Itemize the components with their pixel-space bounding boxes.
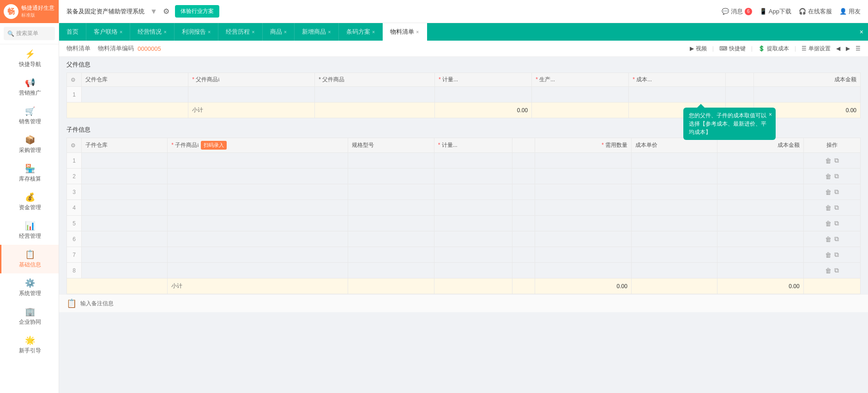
child-cell-warehouse-6[interactable]	[82, 231, 168, 247]
message-button[interactable]: 💬 消息 6	[722, 7, 752, 16]
copy-row-3-button[interactable]: ⧉	[834, 188, 839, 196]
grid-view-button[interactable]: ☰	[856, 45, 861, 52]
child-cell-cost-price-5[interactable]	[631, 216, 717, 231]
child-cell-spec-7[interactable]	[348, 247, 434, 263]
tab-ops-history[interactable]: 经营历程 ×	[218, 23, 262, 41]
parent-cell-warehouse-1[interactable]	[82, 87, 188, 103]
child-cell-cost-price-2[interactable]	[631, 169, 717, 184]
sidebar-item-operations[interactable]: 📊 经营管理	[0, 216, 59, 245]
child-cell-need-qty-7[interactable]	[535, 247, 631, 263]
child-cell-goods-5[interactable]	[168, 216, 348, 231]
child-cell-warehouse-8[interactable]	[82, 263, 168, 278]
copy-row-7-button[interactable]: ⧉	[834, 251, 839, 259]
tab-barcode[interactable]: 条码方案 ×	[339, 23, 383, 41]
child-cell-cost-price-3[interactable]	[631, 184, 717, 200]
child-cell-cost-price-7[interactable]	[631, 247, 717, 263]
child-cell-cost-amount-4[interactable]	[717, 200, 803, 216]
parent-col-settings[interactable]: ⚙	[67, 73, 82, 87]
system-dropdown-arrow[interactable]: ▼	[150, 7, 157, 16]
delete-row-7-button[interactable]: 🗑	[825, 251, 832, 259]
tab-goods[interactable]: 商品 ×	[263, 23, 295, 41]
child-cell-warehouse-3[interactable]	[82, 184, 168, 200]
copy-row-5-button[interactable]: ⧉	[834, 219, 839, 227]
child-cell-need-qty-4[interactable]	[535, 200, 631, 216]
trial-btn[interactable]: 体验行业方案	[175, 5, 219, 18]
child-cell-spec-4[interactable]	[348, 200, 434, 216]
child-cell-need-qty-3[interactable]	[535, 184, 631, 200]
child-cell-unit-3[interactable]	[434, 184, 512, 200]
settings-icon[interactable]: ⚙	[163, 7, 169, 16]
child-cell-cost-price-6[interactable]	[631, 231, 717, 247]
child-cell-cost-amount-6[interactable]	[717, 231, 803, 247]
parent-cell-cost-amount-1[interactable]	[753, 87, 860, 103]
tab-bom-close[interactable]: ×	[416, 29, 419, 35]
child-cell-need-qty-1[interactable]	[535, 153, 631, 169]
tab-barcode-close[interactable]: ×	[372, 29, 375, 35]
child-cell-cost-price-4[interactable]	[631, 200, 717, 216]
child-cell-unit-5[interactable]	[434, 216, 512, 231]
parent-cell-unit-1[interactable]	[435, 87, 532, 103]
child-cell-cost-amount-3[interactable]	[717, 184, 803, 200]
child-cell-goods-4[interactable]	[168, 200, 348, 216]
copy-row-4-button[interactable]: ⧉	[834, 204, 839, 212]
video-help-button[interactable]: ▶ 视频	[690, 45, 707, 53]
child-cell-spec-3[interactable]	[348, 184, 434, 200]
child-cell-goods-6[interactable]	[168, 231, 348, 247]
search-menu-button[interactable]: 🔍 搜索菜单	[4, 27, 55, 40]
child-cell-warehouse-1[interactable]	[82, 153, 168, 169]
sidebar-item-finance[interactable]: 💰 资金管理	[0, 187, 59, 216]
app-download-button[interactable]: 📱 App下载	[760, 7, 791, 16]
parent-cell-cost-1[interactable]	[629, 87, 726, 103]
child-cell-spec-5[interactable]	[348, 216, 434, 231]
single-settings-button[interactable]: ☰ 单据设置	[802, 45, 831, 53]
child-cell-unit-4[interactable]	[434, 200, 512, 216]
sidebar-item-purchase[interactable]: 📦 采购管理	[0, 130, 59, 159]
extract-cost-button[interactable]: 💲 提取成本	[758, 45, 789, 53]
user-button[interactable]: 👤 用友	[839, 7, 861, 16]
tab-operations-status[interactable]: 经营情况 ×	[130, 23, 174, 41]
child-cell-warehouse-5[interactable]	[82, 216, 168, 231]
child-cell-need-qty-5[interactable]	[535, 216, 631, 231]
tab-new-goods[interactable]: 新增商品 ×	[295, 23, 338, 41]
delete-row-8-button[interactable]: 🗑	[825, 267, 832, 274]
child-cell-goods-7[interactable]	[168, 247, 348, 263]
close-all-tabs-button[interactable]: ×	[855, 28, 868, 36]
tab-customer[interactable]: 客户联络 ×	[86, 23, 130, 41]
tab-customer-close[interactable]: ×	[120, 29, 122, 35]
delete-row-4-button[interactable]: 🗑	[825, 204, 832, 212]
sidebar-item-system[interactable]: ⚙️ 系统管理	[0, 273, 59, 302]
child-cell-goods-8[interactable]	[168, 263, 348, 278]
child-cell-spec-2[interactable]	[348, 169, 434, 184]
child-cell-spec-6[interactable]	[348, 231, 434, 247]
child-cell-spec-1[interactable]	[348, 153, 434, 169]
child-cell-need-qty-6[interactable]	[535, 231, 631, 247]
child-cell-cost-amount-8[interactable]	[717, 263, 803, 278]
child-cell-cost-amount-1[interactable]	[717, 153, 803, 169]
child-cell-unit-8[interactable]	[434, 263, 512, 278]
child-cell-spec-8[interactable]	[348, 263, 434, 278]
breadcrumb-root[interactable]: 物料清单	[66, 44, 90, 53]
child-cell-cost-amount-2[interactable]	[717, 169, 803, 184]
child-cell-warehouse-2[interactable]	[82, 169, 168, 184]
child-cell-cost-amount-7[interactable]	[717, 247, 803, 263]
copy-row-6-button[interactable]: ⧉	[834, 235, 839, 243]
child-cell-cost-price-1[interactable]	[631, 153, 717, 169]
child-cell-goods-1[interactable]	[168, 153, 348, 169]
delete-row-3-button[interactable]: 🗑	[825, 188, 832, 196]
child-cell-cost-price-8[interactable]	[631, 263, 717, 278]
tab-ops-history-close[interactable]: ×	[252, 29, 254, 35]
child-cell-warehouse-4[interactable]	[82, 200, 168, 216]
sidebar-item-enterprise[interactable]: 🏢 企业协同	[0, 302, 59, 331]
parent-cell-produce-1[interactable]	[532, 87, 629, 103]
child-cell-unit-2[interactable]	[434, 169, 512, 184]
sidebar-item-marketing[interactable]: 📢 营销推广	[0, 73, 59, 102]
tab-ops-status-close[interactable]: ×	[163, 29, 166, 35]
sidebar-item-guide[interactable]: 🌟 新手引导	[0, 331, 59, 359]
parent-cell-spec-1[interactable]	[315, 87, 435, 103]
child-cell-goods-2[interactable]	[168, 169, 348, 184]
child-cell-need-qty-2[interactable]	[535, 169, 631, 184]
sidebar-item-inventory[interactable]: 🏪 库存核算	[0, 159, 59, 187]
tab-bom[interactable]: 物料清单 ×	[383, 23, 427, 41]
scan-input-button[interactable]: 扫码录入	[201, 141, 227, 150]
online-service-button[interactable]: 🎧 在线客服	[799, 7, 832, 16]
